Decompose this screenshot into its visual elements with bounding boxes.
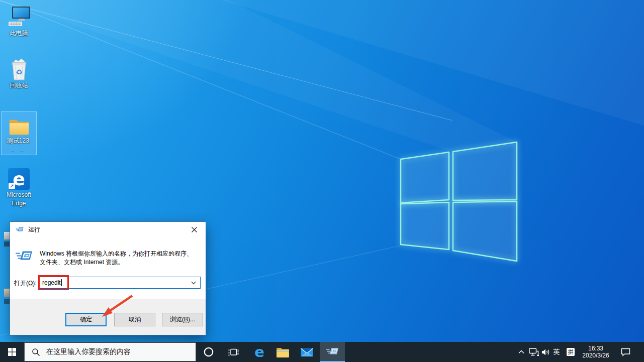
desktop-icon-recycle-bin[interactable]: ♻ 回收站	[0, 57, 38, 89]
desktop-icon-this-pc[interactable]: 此电脑	[0, 5, 38, 37]
tray-clock[interactable]: 16:33 2020/3/26	[580, 342, 612, 362]
taskbar-mail-button[interactable]	[296, 342, 318, 362]
cancel-button[interactable]: 取消	[114, 313, 155, 326]
desktop-icon-test-folder[interactable]: 测试123. . .	[0, 112, 38, 153]
annotation-red-box	[38, 275, 69, 290]
task-view-icon	[228, 347, 239, 357]
dialog-title: 运行	[28, 225, 40, 234]
run-icon	[16, 226, 24, 233]
windows-logo	[401, 142, 517, 261]
icon-label: 此电脑	[0, 30, 38, 37]
edge-icon: e	[254, 343, 264, 360]
svg-text:♻: ♻	[16, 68, 22, 76]
tray-show-hidden-icons-button[interactable]	[517, 342, 526, 362]
obscured-desktop-icon	[4, 232, 10, 239]
clock-time: 16:33	[588, 345, 603, 352]
cortana-button[interactable]	[196, 342, 221, 362]
cortana-icon	[203, 346, 214, 357]
browse-button[interactable]: 浏览(B)...	[162, 313, 203, 326]
speaker-icon	[541, 348, 550, 356]
tray-network-button[interactable]	[528, 342, 540, 362]
taskbar-edge-button[interactable]: e	[248, 342, 270, 362]
tray-volume-button[interactable]	[540, 342, 551, 362]
close-icon	[192, 227, 197, 232]
close-button[interactable]	[183, 222, 206, 237]
action-center-button[interactable]	[617, 342, 633, 362]
icon-label: Edge	[0, 200, 38, 207]
start-button[interactable]	[0, 342, 24, 362]
taskbar-run-button-active[interactable]	[320, 342, 345, 362]
file-explorer-icon	[276, 346, 290, 358]
search-placeholder: 在这里输入你要搜索的内容	[46, 347, 131, 356]
dialog-titlebar[interactable]: 运行	[10, 222, 206, 237]
recycle-bin-icon: ♻	[9, 58, 29, 80]
task-view-button[interactable]	[222, 342, 244, 362]
edge-icon: e ↗	[8, 168, 30, 190]
ime-language-label: 英	[554, 347, 560, 356]
icon-label-truncated: . .	[0, 146, 38, 153]
obscured-desktop-icon	[4, 289, 10, 297]
clock-date: 2020/3/26	[582, 352, 609, 359]
run-icon	[326, 346, 339, 357]
dialog-message: Windows 将根据你所输入的名称，为你打开相应的程序、 文件夹、文档或 In…	[40, 250, 201, 267]
open-label: 打开(O):	[14, 279, 37, 288]
network-ethernet-icon	[529, 348, 539, 356]
taskbar-file-explorer-button[interactable]	[271, 342, 294, 362]
chevron-down-icon[interactable]	[191, 281, 196, 285]
taskbar: 在这里输入你要搜索的内容 e	[0, 342, 644, 362]
desktop-icon-microsoft-edge[interactable]: e ↗ Microsoft Edge	[0, 167, 38, 207]
icon-label: 回收站	[0, 82, 38, 89]
icon-label: Microsoft	[0, 191, 38, 198]
taskbar-search-input[interactable]: 在这里输入你要搜索的内容	[24, 342, 196, 361]
folder-icon	[9, 117, 30, 136]
run-icon-large	[16, 249, 33, 264]
run-dialog: 运行 Windows 将根据你所输入的名称，为你打开相应的程序、 文件夹、文档或…	[10, 221, 206, 335]
search-icon	[32, 348, 40, 356]
this-pc-icon	[8, 6, 31, 28]
tray-ime-language-button[interactable]: 英	[551, 342, 562, 362]
shortcut-arrow-icon: ↗	[9, 183, 15, 189]
ime-mode-badge: 拼	[567, 348, 575, 356]
chevron-up-icon	[518, 350, 524, 354]
tray-ime-mode-button[interactable]: 拼	[565, 342, 577, 362]
windows-start-icon	[8, 348, 16, 356]
icon-label: 测试123.	[0, 137, 38, 144]
mail-icon	[301, 347, 313, 357]
ok-button[interactable]: 确定	[65, 313, 107, 326]
obscured-icon-label	[4, 299, 10, 304]
obscured-icon-label	[4, 242, 10, 247]
action-center-icon	[621, 348, 630, 356]
